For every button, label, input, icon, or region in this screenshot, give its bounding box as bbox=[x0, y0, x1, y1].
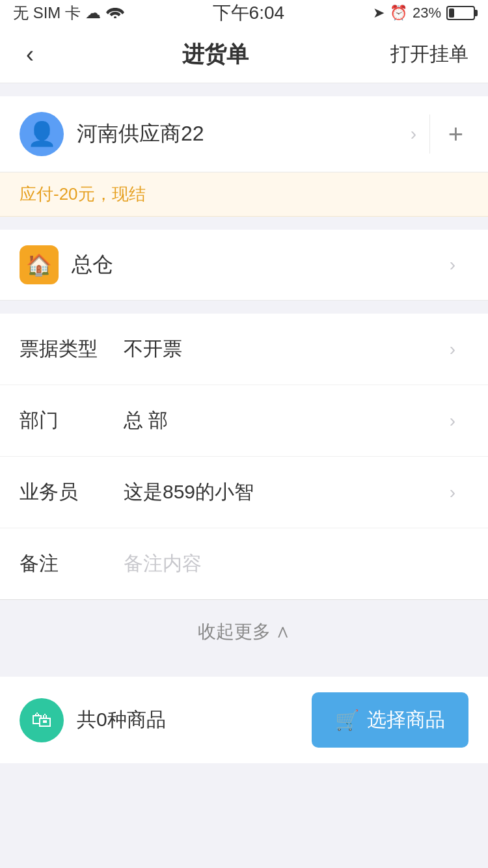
product-footer: 🛍 共0种商品 🛒 选择商品 bbox=[0, 677, 488, 763]
status-time: 下午6:04 bbox=[213, 1, 285, 25]
supplier-row[interactable]: 👤 河南供应商22 › + bbox=[0, 96, 488, 172]
remark-row[interactable]: 备注 备注内容 bbox=[0, 528, 488, 599]
salesperson-label: 业务员 bbox=[20, 479, 111, 506]
salesperson-value: 这是859的小智 bbox=[124, 479, 450, 506]
battery-percent: 23% bbox=[413, 5, 441, 21]
alarm-icon: ⏰ bbox=[390, 5, 407, 21]
page-title: 进货单 bbox=[182, 40, 249, 70]
invoice-type-value: 不开票 bbox=[124, 336, 450, 362]
wifi-icon bbox=[106, 4, 124, 22]
invoice-type-row[interactable]: 票据类型 不开票 › bbox=[0, 314, 488, 385]
form-section: 票据类型 不开票 › 部门 总 部 › 业务员 这是859的小智 › 备注 备注… bbox=[0, 314, 488, 599]
open-pending-button[interactable]: 打开挂单 bbox=[390, 41, 468, 68]
department-chevron-icon: › bbox=[450, 411, 455, 431]
bottom-area bbox=[0, 763, 488, 868]
warehouse-row[interactable]: 🏠 总仓 › bbox=[0, 230, 488, 301]
battery-icon bbox=[446, 6, 475, 20]
location-icon: ➤ bbox=[373, 5, 385, 21]
product-icon: 🛍 bbox=[20, 698, 64, 742]
invoice-type-label: 票据类型 bbox=[20, 336, 111, 362]
svg-point-0 bbox=[114, 16, 116, 18]
status-bar: 无 SIM 卡 ☁ 下午6:04 ➤ ⏰ 23% bbox=[0, 0, 488, 26]
sim-label: 无 SIM 卡 ☁ bbox=[13, 3, 101, 23]
salesperson-row[interactable]: 业务员 这是859的小智 › bbox=[0, 457, 488, 528]
status-left: 无 SIM 卡 ☁ bbox=[13, 3, 124, 23]
department-label: 部门 bbox=[20, 407, 111, 434]
select-product-button[interactable]: 🛒 选择商品 bbox=[312, 692, 468, 748]
nav-bar: ‹ 进货单 打开挂单 bbox=[0, 26, 488, 83]
salesperson-chevron-icon: › bbox=[450, 482, 455, 503]
cart-icon: 🛍 bbox=[31, 708, 52, 732]
warning-bar: 应付-20元，现结 bbox=[0, 172, 488, 217]
select-product-icon: 🛒 bbox=[335, 709, 359, 731]
supplier-name: 河南供应商22 bbox=[77, 120, 411, 148]
top-divider bbox=[0, 83, 488, 96]
back-button[interactable]: ‹ bbox=[20, 34, 40, 75]
department-row[interactable]: 部门 总 部 › bbox=[0, 385, 488, 457]
select-product-label: 选择商品 bbox=[367, 707, 445, 733]
warehouse-icon: 🏠 bbox=[20, 245, 59, 284]
remark-label: 备注 bbox=[20, 550, 111, 577]
collapse-bar[interactable]: 收起更多 ∧ bbox=[0, 599, 488, 664]
supplier-section: 👤 河南供应商22 › + 应付-20元，现结 bbox=[0, 96, 488, 217]
invoice-chevron-icon: › bbox=[450, 339, 455, 360]
warehouse-name: 总仓 bbox=[72, 251, 450, 279]
remark-input[interactable]: 备注内容 bbox=[124, 550, 468, 577]
status-right: ➤ ⏰ 23% bbox=[373, 5, 475, 21]
warehouse-section[interactable]: 🏠 总仓 › bbox=[0, 230, 488, 301]
department-value: 总 部 bbox=[124, 407, 450, 434]
add-supplier-button[interactable]: + bbox=[429, 115, 468, 154]
person-icon: 👤 bbox=[27, 120, 57, 148]
supplier-avatar: 👤 bbox=[20, 112, 64, 156]
supplier-chevron-icon: › bbox=[411, 124, 416, 144]
warehouse-chevron-icon: › bbox=[450, 254, 455, 275]
product-count: 共0种商品 bbox=[77, 707, 299, 733]
